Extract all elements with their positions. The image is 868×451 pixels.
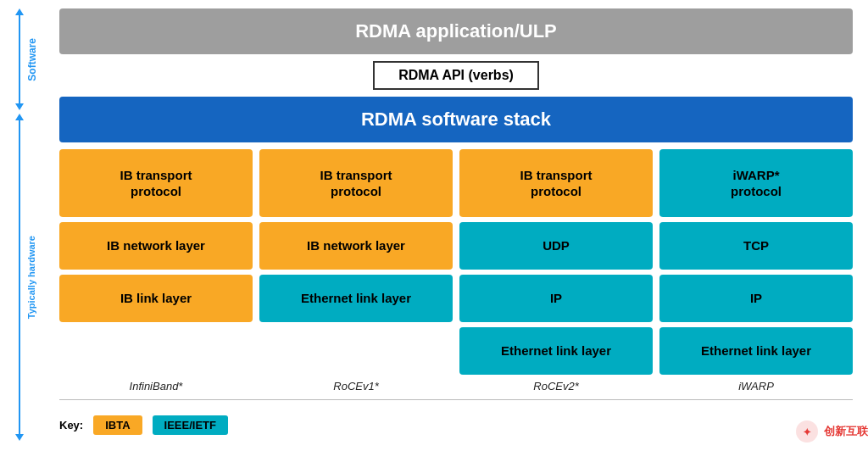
col-label-rocev2: RoCEv2* bbox=[459, 380, 653, 393]
ib-network-1: IB network layer bbox=[59, 222, 253, 270]
logo-text: 创新互联 bbox=[824, 424, 868, 439]
ib-transport-2: IB transportprotocol bbox=[259, 149, 453, 217]
ethernet-link-iwarp: Ethernet link layer bbox=[659, 327, 853, 375]
logo-area: ✦ 创新互联 bbox=[795, 420, 868, 443]
key-ibta: IBTA bbox=[93, 415, 142, 435]
col-label-infiniband: InfiniBand* bbox=[59, 380, 253, 393]
key-label: Key: bbox=[59, 419, 83, 432]
iwarp-protocol: iWARP*protocol bbox=[659, 149, 853, 217]
column-rocev1: IB transportprotocol IB network layer Et… bbox=[259, 149, 453, 375]
ip-cell-iwarp: IP bbox=[659, 275, 853, 322]
svg-text:✦: ✦ bbox=[803, 426, 811, 438]
ib-link-1: IB link layer bbox=[59, 275, 253, 322]
ethernet-link-rocev1: Ethernet link layer bbox=[259, 275, 453, 322]
ip-cell-rocev2: IP bbox=[459, 275, 653, 322]
ethernet-link-rocev2: Ethernet link layer bbox=[459, 327, 653, 375]
udp-cell: UDP bbox=[459, 222, 653, 270]
tcp-cell: TCP bbox=[659, 222, 853, 270]
column-iwarp: iWARP*protocol TCP IP Ethernet link laye… bbox=[659, 149, 853, 375]
hardware-label: Typically hardware bbox=[26, 236, 36, 319]
software-label: Software bbox=[26, 38, 38, 81]
api-box: RDMA API (verbs) bbox=[373, 61, 539, 90]
software-stack-bar: RDMA software stack bbox=[59, 97, 853, 142]
column-infiniband: IB transportprotocol IB network layer IB… bbox=[59, 149, 253, 375]
ib-transport-1: IB transportprotocol bbox=[59, 149, 253, 217]
col-label-rocev1: RoCEv1* bbox=[259, 380, 453, 393]
ib-network-2: IB network layer bbox=[259, 222, 453, 270]
ib-transport-3: IB transportprotocol bbox=[459, 149, 653, 217]
column-rocev2: IB transportprotocol UDP IP Ethernet lin… bbox=[459, 149, 653, 375]
col-label-iwarp: iWARP bbox=[659, 380, 853, 393]
logo-icon: ✦ bbox=[795, 420, 819, 443]
key-ieee: IEEE/IETF bbox=[153, 415, 228, 435]
rdma-app-bar: RDMA application/ULP bbox=[59, 8, 853, 54]
